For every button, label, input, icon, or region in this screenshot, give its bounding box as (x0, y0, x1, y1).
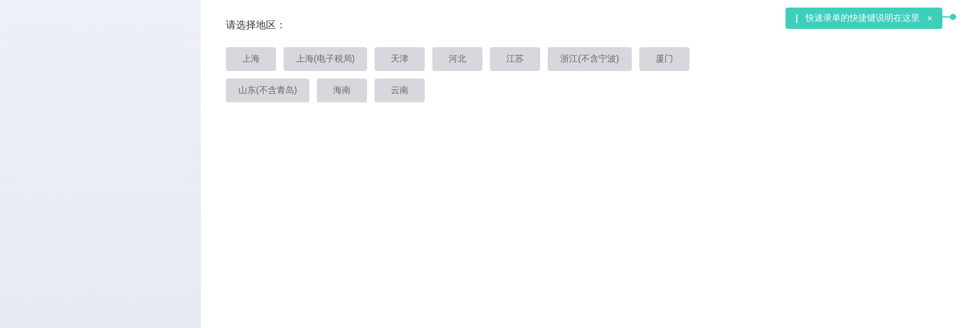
region-btn-jiangsu[interactable]: 江苏 (490, 47, 540, 71)
region-buttons-row2: 山东(不含青岛) 海南 云南 (226, 79, 955, 102)
region-btn-tianjin[interactable]: 天津 (375, 47, 425, 71)
main-content: 请选择地区： 上海 上海(电子税局) 天津 河北 江苏 浙江(不含宁波) 厦门 … (201, 0, 980, 328)
tooltip-close-button[interactable]: × (927, 13, 932, 23)
region-btn-xiamen[interactable]: 厦门 (639, 47, 690, 71)
region-buttons-row1: 上海 上海(电子税局) 天津 河北 江苏 浙江(不含宁波) 厦门 (226, 47, 955, 71)
region-btn-hainan[interactable]: 海南 (317, 79, 367, 102)
tooltip-text: 快速录单的快捷键说明在这里 (806, 13, 920, 24)
region-btn-shandong[interactable]: 山东(不含青岛) (226, 79, 309, 102)
region-btn-yunnan[interactable]: 云南 (375, 79, 425, 102)
left-sidebar (0, 0, 201, 328)
region-btn-shanghai-etax[interactable]: 上海(电子税局) (284, 47, 367, 71)
tooltip-banner: 快速录单的快捷键说明在这里 × (786, 8, 942, 29)
region-btn-hebei[interactable]: 河北 (432, 47, 482, 71)
tooltip-dot (950, 14, 956, 20)
region-btn-shanghai[interactable]: 上海 (226, 47, 276, 71)
region-btn-zhejiang[interactable]: 浙江(不含宁波) (548, 47, 631, 71)
